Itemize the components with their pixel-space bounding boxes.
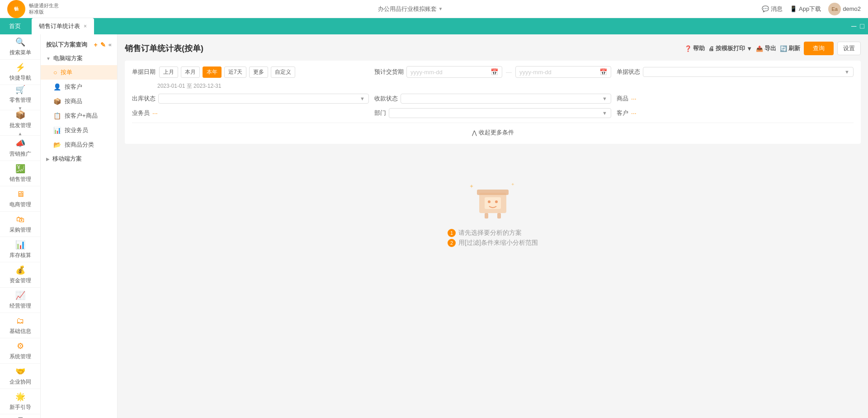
sidebar-item-finance[interactable]: 💰 资金管理 <box>0 262 40 288</box>
window-maximize-icon[interactable]: □ <box>860 22 864 30</box>
delivery-date-start-input[interactable] <box>410 69 491 76</box>
date-label: 单据日期 <box>132 68 156 76</box>
scheme-edit-button[interactable]: ✎ <box>100 41 106 48</box>
sidebar-item-newbie[interactable]: 🌟 新手引导 <box>0 389 40 414</box>
sidebar-item-marketing[interactable]: 📣 营销推广 <box>0 136 40 161</box>
date-btn-custom[interactable]: 自定义 <box>271 66 295 78</box>
scheme-item-by-customer[interactable]: 👤 按客户 <box>41 80 117 94</box>
goods-label: 商品 <box>617 95 628 103</box>
date-filter-group: 上月 本月 本年 近7天 更多 自定义 <box>159 66 295 78</box>
sidebar: 🔍 搜索菜单 ⚡ 快捷导航 🛒 零售管理 ▼ 📦 批发管理 ▲ 📣 营销推广 💹… <box>0 34 41 418</box>
scheme-group-mobile-title[interactable]: ▶ 移动端方案 <box>41 152 117 166</box>
mobile-group-arrow-icon: ▶ <box>46 157 50 162</box>
wholesale-icon: 📦 <box>15 110 25 120</box>
filter-area: 单据日期 上月 本月 本年 近7天 更多 自定义 预计交货期 <box>125 61 861 144</box>
group-arrow-icon: ▼ <box>46 56 51 61</box>
sidebar-item-ecommerce[interactable]: 🖥 电商管理 <box>0 186 40 212</box>
window-minimize-icon[interactable]: ─ <box>851 22 856 30</box>
page-actions: ❓ 帮助 🖨 按模板打印 ▼ 📤 导出 🔄 刷新 <box>684 42 861 55</box>
date-picker-start: 📅 — 📅 <box>406 66 611 78</box>
ship-status-select[interactable]: ▼ <box>158 94 369 104</box>
department-select[interactable]: ▼ <box>389 108 611 118</box>
user-avatar-button[interactable]: Ea demo2 <box>828 3 861 15</box>
ship-status-label: 出库状态 <box>132 95 156 103</box>
collapse-button[interactable]: ⋀ 收起更多条件 <box>467 127 519 138</box>
export-icon: 📤 <box>756 45 763 52</box>
delivery-date-end-input[interactable] <box>519 69 599 76</box>
corp-icon: 🤝 <box>15 366 25 376</box>
sales-icon: 💹 <box>15 164 25 174</box>
refresh-button[interactable]: 🔄 刷新 <box>780 44 800 52</box>
finance-icon: 💰 <box>15 265 25 275</box>
date-btn-this-year[interactable]: 本年 <box>203 66 222 78</box>
tab-sales-order-stats[interactable]: 销售订单统计表 × <box>32 18 94 34</box>
calendar-end-icon: 📅 <box>599 68 607 76</box>
sidebar-item-purchase[interactable]: 🛍 采购管理 <box>0 212 40 237</box>
sidebar-item-corp[interactable]: 🤝 企业协同 <box>0 364 40 389</box>
svg-point-3 <box>488 200 491 203</box>
sidebar-item-search-menu[interactable]: 🔍 搜索菜单 <box>0 34 40 60</box>
query-button[interactable]: 查询 <box>804 42 834 55</box>
scheme-collapse-button[interactable]: « <box>108 41 112 48</box>
help-button[interactable]: ❓ 帮助 <box>684 44 705 52</box>
doc-status-dropdown-icon: ▼ <box>844 69 849 75</box>
sidebar-item-appstore[interactable]: 📱 应用中心 <box>0 414 40 418</box>
empty-hint-1: 1 请先选择要分析的方案 <box>448 229 538 237</box>
scheme-panel-header: 按以下方案查询 + ✎ « <box>41 38 117 52</box>
message-button[interactable]: 💬 消息 <box>762 5 783 13</box>
svg-rect-1 <box>477 190 509 195</box>
scheme-item-by-order[interactable]: ○ 按单 <box>41 65 117 80</box>
date-btn-more[interactable]: 更多 <box>249 66 268 78</box>
scheme-item-by-product[interactable]: 📦 按商品 <box>41 94 117 109</box>
export-button[interactable]: 📤 导出 <box>756 44 776 52</box>
scheme-item-by-salesperson[interactable]: 📊 按业务员 <box>41 123 117 138</box>
by-category-icon: 📂 <box>53 141 61 148</box>
filter-row-1: 单据日期 上月 本月 本年 近7天 更多 自定义 预计交货期 <box>132 66 854 78</box>
doc-status-select[interactable]: ▼ <box>643 67 854 77</box>
top-bar-title[interactable]: 办公用品行业模拟账套 ▼ <box>378 5 443 13</box>
sidebar-item-system[interactable]: ⚙ 系统管理 <box>0 338 40 364</box>
ecommerce-icon: 🖥 <box>16 190 24 199</box>
scheme-item-by-cust-prod[interactable]: 📋 按客户+商品 <box>41 109 117 123</box>
svg-rect-6 <box>497 213 501 218</box>
sidebar-item-inventory[interactable]: 📊 库存核算 <box>0 237 40 262</box>
delivery-date-end-wrap[interactable]: 📅 <box>515 66 611 78</box>
customer-more-icon[interactable]: ··· <box>631 109 637 117</box>
date-separator: — <box>506 69 512 76</box>
search-menu-icon: 🔍 <box>15 37 25 47</box>
app-download-button[interactable]: 📱 App下载 <box>790 5 821 13</box>
doc-status-label: 单据状态 <box>617 68 640 76</box>
tab-bar: 首页 销售订单统计表 × ─ □ <box>0 18 868 34</box>
sidebar-item-operations[interactable]: 📈 经营管理 <box>0 288 40 313</box>
help-icon: ❓ <box>684 45 692 52</box>
customer-label: 客户 <box>617 109 628 117</box>
sidebar-item-sales[interactable]: 💹 销售管理 <box>0 161 40 186</box>
by-customer-icon: 👤 <box>53 83 61 90</box>
sidebar-item-quick-nav[interactable]: ⚡ 快捷导航 <box>0 60 40 85</box>
calendar-start-icon: 📅 <box>491 68 498 76</box>
goods-more-icon[interactable]: ··· <box>631 95 637 102</box>
salesperson-more-icon[interactable]: ··· <box>152 109 158 117</box>
date-btn-last7days[interactable]: 近7天 <box>224 66 246 78</box>
page-title: 销售订单统计表(按单) <box>125 43 203 54</box>
tab-home[interactable]: 首页 <box>0 18 30 34</box>
print-button[interactable]: 🖨 按模板打印 ▼ <box>708 44 752 52</box>
scheme-group-pc-title[interactable]: ▼ 电脑端方案 <box>41 52 117 65</box>
date-btn-this-month[interactable]: 本月 <box>181 66 200 78</box>
settings-button[interactable]: 设置 <box>837 42 861 55</box>
main-panel: 销售订单统计表(按单) ❓ 帮助 🖨 按模板打印 ▼ 📤 导出 <box>118 34 868 418</box>
filter-row-3: 业务员 ··· 部门 ▼ 客户 ··· <box>132 108 854 118</box>
brand-section: 畅 畅捷通好生意 标准版 <box>7 0 59 18</box>
scheme-item-by-category[interactable]: 📂 按商品分类 <box>41 138 117 152</box>
message-icon: 💬 <box>762 5 769 12</box>
collapse-icon: ⋀ <box>472 129 477 136</box>
sidebar-item-basic[interactable]: 🗂 基础信息 <box>0 313 40 338</box>
quick-nav-icon: ⚡ <box>15 62 25 72</box>
sidebar-item-wholesale[interactable]: 📦 批发管理 ▲ <box>0 110 40 136</box>
scheme-add-button[interactable]: + <box>94 41 98 48</box>
payment-status-select[interactable]: ▼ <box>401 94 611 104</box>
sidebar-item-retail[interactable]: 🛒 零售管理 ▼ <box>0 85 40 110</box>
date-btn-last-month[interactable]: 上月 <box>159 66 178 78</box>
tab-close-icon[interactable]: × <box>84 23 87 29</box>
delivery-date-start-wrap[interactable]: 📅 <box>406 66 502 78</box>
